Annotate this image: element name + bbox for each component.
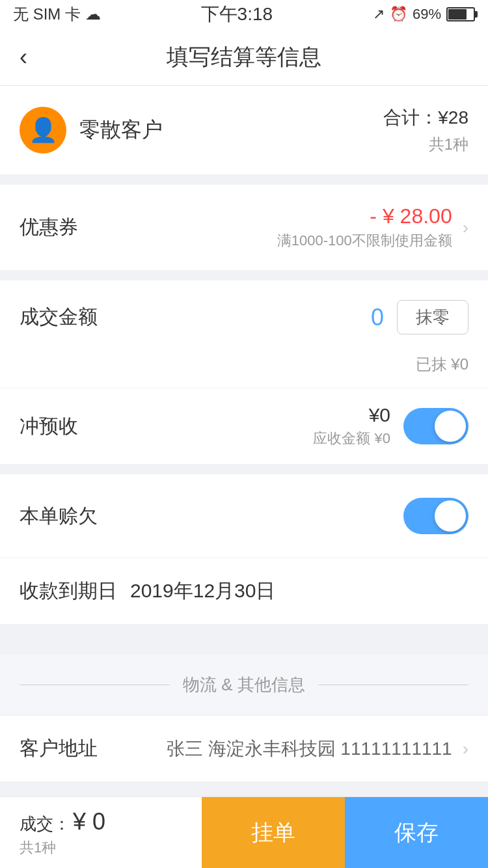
divider-line-left (20, 685, 170, 685)
due-date-label: 收款到期日 (20, 578, 117, 604)
hang-button[interactable]: 挂单 (202, 797, 345, 869)
toggle-thumb (435, 411, 466, 442)
bottom-deal-amount: ¥ 0 (73, 808, 105, 835)
coupon-section: 优惠券 - ¥ 28.00 满1000-100不限制使用金额 › (0, 185, 488, 270)
status-bar-time: 下午3:18 (201, 2, 273, 27)
coupon-value-block: - ¥ 28.00 满1000-100不限制使用金额 (277, 204, 452, 251)
debt-label: 本单赊欠 (20, 503, 98, 530)
sim-status: 无 SIM 卡 ☁ (13, 4, 101, 25)
deducted-text: 已抹 ¥0 (0, 354, 488, 388)
coupon-desc: 满1000-100不限制使用金额 (277, 231, 452, 251)
bottom-deal-row: 成交： ¥ 0 (20, 808, 182, 835)
bottom-summary: 成交： ¥ 0 共1种 (0, 808, 202, 858)
nav-bar: ‹ 填写结算等信息 (0, 29, 488, 86)
bottom-count: 共1种 (20, 838, 182, 858)
due-date-value: 2019年12月30日 (130, 578, 275, 604)
chevron-right-icon: › (463, 217, 468, 238)
deal-amount-label: 成交金额 (20, 304, 98, 331)
deal-amount-value: 0 (371, 304, 384, 331)
location-icon: ↗ (373, 6, 385, 23)
coupon-discount: - ¥ 28.00 (277, 204, 452, 228)
prepay-values: ¥0 应收金额 ¥0 (313, 404, 390, 448)
alarm-icon: ⏰ (390, 6, 407, 23)
section-divider-2 (0, 634, 488, 645)
customer-total: 合计：¥28 共1种 (383, 105, 468, 155)
customer-name: 零散客户 (79, 116, 163, 144)
address-value: 张三 海淀永丰科技园 11111111111 (108, 737, 452, 761)
prepay-toggle[interactable] (403, 408, 468, 444)
total-count: 共1种 (383, 134, 468, 155)
deal-amount-row: 成交金额 0 抹零 (0, 280, 488, 354)
status-bar: 无 SIM 卡 ☁ 下午3:18 ↗ ⏰ 69% (0, 0, 488, 29)
logistics-title: 物流 & 其他信息 (183, 673, 305, 696)
customer-section: 👤 零散客户 合计：¥28 共1种 (0, 86, 488, 174)
back-button[interactable]: ‹ (20, 44, 27, 71)
divider-line-right (318, 685, 468, 685)
battery-fill (448, 9, 467, 20)
prepay-receivable: 应收金额 ¥0 (313, 429, 390, 448)
coupon-label: 优惠券 (20, 214, 78, 241)
debt-toggle[interactable] (403, 498, 468, 534)
prepay-amount: ¥0 (313, 404, 390, 426)
deal-section: 成交金额 0 抹零 已抹 ¥0 冲预收 ¥0 应收金额 ¥0 (0, 280, 488, 464)
deal-amount-right: 0 抹零 (371, 300, 468, 334)
prepay-label: 冲预收 (20, 413, 78, 440)
prepay-right: ¥0 应收金额 ¥0 (313, 404, 468, 448)
debt-toggle-thumb (435, 500, 466, 532)
coupon-right: - ¥ 28.00 满1000-100不限制使用金额 › (277, 204, 468, 251)
battery-percent: 69% (413, 6, 441, 23)
prepay-row: 冲预收 ¥0 应收金额 ¥0 (0, 388, 488, 464)
address-label: 客户地址 (20, 735, 98, 762)
save-button[interactable]: 保存 (345, 797, 488, 869)
status-bar-left: 无 SIM 卡 ☁ (13, 4, 101, 25)
address-chevron-icon: › (463, 739, 468, 759)
customer-avatar: 👤 (20, 107, 66, 154)
section-divider-1 (0, 464, 488, 474)
page-title: 填写结算等信息 (167, 42, 321, 72)
avatar-icon: 👤 (29, 116, 58, 144)
address-row[interactable]: 客户地址 张三 海淀永丰科技园 11111111111 › (0, 716, 488, 781)
logistics-divider-row: 物流 & 其他信息 (20, 673, 468, 696)
coupon-row[interactable]: 优惠券 - ¥ 28.00 满1000-100不限制使用金额 › (0, 185, 488, 270)
content: 👤 零散客户 合计：¥28 共1种 优惠券 - ¥ 28.00 满1000-10… (0, 86, 488, 868)
due-date-row[interactable]: 收款到期日 2019年12月30日 (0, 558, 488, 624)
debt-row: 本单赊欠 (0, 474, 488, 558)
battery-icon (446, 7, 475, 21)
bottom-deal-label: 成交： (20, 813, 70, 835)
customer-info: 👤 零散客户 (20, 107, 163, 154)
bottom-bar: 成交： ¥ 0 共1种 挂单 保存 (0, 796, 488, 868)
debt-section: 本单赊欠 收款到期日 2019年12月30日 (0, 474, 488, 624)
status-bar-right: ↗ ⏰ 69% (373, 6, 475, 23)
logistics-section: 物流 & 其他信息 (0, 655, 488, 714)
round-off-button[interactable]: 抹零 (397, 300, 468, 334)
total-amount: 合计：¥28 (383, 105, 468, 130)
